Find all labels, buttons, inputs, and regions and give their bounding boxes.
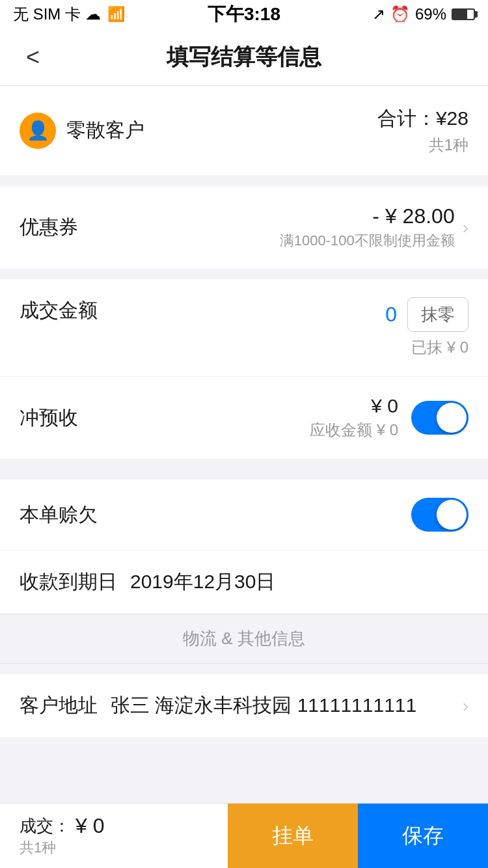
total-price: 合计：¥28 [377,105,468,132]
coupon-row[interactable]: 优惠券 - ¥ 28.00 满1000-100不限制使用金额 › [0,185,488,269]
battery-label: 69% [415,5,446,23]
customer-right: 合计：¥28 共1种 [377,105,468,156]
bottom-bar: 成交： ¥ 0 共1种 挂单 保存 [0,803,488,868]
back-button[interactable]: < [20,37,46,77]
amount-sub-label: 已抹 ¥ 0 [20,337,468,358]
avatar: 👤 [20,113,56,149]
battery-icon [452,8,475,20]
bottom-count: 共1种 [20,838,208,858]
customer-card: 👤 零散客户 合计：¥28 共1种 [0,86,488,175]
nav-bar: < 填写结算等信息 [0,29,488,86]
prepay-toggle[interactable] [411,401,468,435]
customer-name: 零散客户 [66,117,144,144]
amount-right: 0 抹零 [385,297,468,332]
divider-section: 物流 & 其他信息 [0,614,488,664]
round-zero-button[interactable]: 抹零 [407,297,468,332]
coupon-label: 优惠券 [20,214,78,241]
status-right: ↗ ⏰ 69% [372,5,475,23]
sim-label: 无 SIM 卡 ☁ [13,4,101,25]
toggle-knob [437,403,467,433]
debt-section: 本单赊欠 [0,469,488,550]
divider-text: 物流 & 其他信息 [183,629,305,648]
status-time: 下午3:18 [208,2,280,27]
due-date-section: 收款到期日 2019年12月30日 [0,550,488,614]
amount-label: 成交金额 [20,297,98,324]
location-icon: ↗ [372,5,385,23]
debt-toggle[interactable] [411,498,468,532]
bottom-deal-row: 成交： ¥ 0 [20,814,208,838]
due-date-row: 收款到期日 2019年12月30日 [20,569,468,595]
coupon-info: - ¥ 28.00 满1000-100不限制使用金额 [280,204,455,251]
prepay-label: 冲预收 [20,405,78,431]
page-title: 填写结算等信息 [167,42,321,72]
item-count: 共1种 [377,135,468,156]
prepay-card: 冲预收 ¥ 0 应收金额 ¥ 0 [0,376,488,459]
status-bar: 无 SIM 卡 ☁ 📶 下午3:18 ↗ ⏰ 69% [0,0,488,29]
amount-row: 成交金额 0 抹零 [20,297,468,332]
coupon-card: 优惠券 - ¥ 28.00 满1000-100不限制使用金额 › [0,185,488,269]
customer-left: 👤 零散客户 [20,113,144,149]
debt-toggle-knob [437,500,467,530]
prepay-info: ¥ 0 应收金额 ¥ 0 [310,395,398,441]
debt-label: 本单赊欠 [20,502,98,528]
address-section[interactable]: 客户地址 张三 海淀永丰科技园 11111111111 › [0,674,488,737]
avatar-icon: 👤 [27,120,49,141]
chevron-right-icon: › [463,217,468,238]
alarm-icon: ⏰ [390,5,410,23]
prepay-right: ¥ 0 应收金额 ¥ 0 [310,395,468,441]
address-chevron-icon: › [463,696,468,716]
address-label: 客户地址 [20,692,98,719]
customer-row: 👤 零散客户 合计：¥28 共1种 [0,86,488,175]
prepay-sub-label: 应收金额 ¥ 0 [310,420,398,441]
hang-order-label: 挂单 [272,822,314,850]
save-button[interactable]: 保存 [358,804,488,869]
hang-order-button[interactable]: 挂单 [228,804,358,869]
save-label: 保存 [402,822,444,850]
prepay-amount: ¥ 0 [310,395,398,417]
bottom-deal-amount: ¥ 0 [75,814,104,838]
address-value: 张三 海淀永丰科技园 11111111111 [111,692,416,719]
amount-section: 成交金额 0 抹零 已抹 ¥ 0 [0,269,488,376]
wifi-icon: 📶 [107,6,125,23]
coupon-discount: - ¥ 28.00 [280,204,455,228]
amount-value: 0 [385,303,397,327]
prepay-row: 冲预收 ¥ 0 应收金额 ¥ 0 [0,376,488,459]
address-left: 客户地址 张三 海淀永丰科技园 11111111111 [20,692,416,719]
coupon-right: - ¥ 28.00 满1000-100不限制使用金额 › [280,204,468,251]
status-left: 无 SIM 卡 ☁ 📶 [13,4,125,25]
due-date-value: 2019年12月30日 [130,569,275,595]
due-date-label: 收款到期日 [20,569,117,595]
bottom-summary: 成交： ¥ 0 共1种 [0,814,228,858]
coupon-description: 满1000-100不限制使用金额 [280,231,455,251]
bottom-deal-label: 成交： [20,815,70,837]
